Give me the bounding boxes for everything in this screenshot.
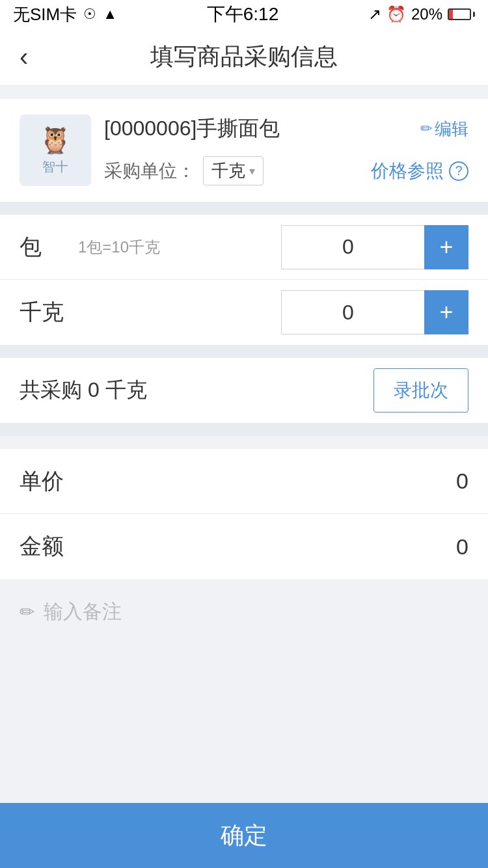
bag-input-control: + [281, 225, 468, 269]
dropdown-arrow-icon: ▾ [249, 164, 255, 178]
bag-sublabel: 1包=10千克 [78, 237, 281, 258]
divider-1 [0, 202, 488, 215]
edit-label: 编辑 [435, 118, 468, 141]
bag-input-row: 包 1包=10千克 + [0, 215, 488, 280]
product-logo-brand: 智十 [42, 158, 68, 176]
status-bar: 无SIM卡 ☉ ▲ 下午6:12 ↗ ⏰ 20% [0, 0, 488, 29]
unit-price-row: 单价 0 [0, 449, 488, 514]
kg-plus-button[interactable]: + [424, 290, 468, 334]
nav-bar: ‹ 填写商品采购信息 [0, 29, 488, 86]
input-section: 包 1包=10千克 + 千克 + [0, 215, 488, 345]
unit-label: 采购单位： [104, 159, 195, 183]
product-name-row: [0000006]手撕面包 ✏ 编辑 [104, 115, 468, 143]
bag-input[interactable] [281, 225, 424, 269]
confirm-bar[interactable]: 确定 [0, 803, 488, 868]
pencil-icon: ✏ [20, 601, 34, 623]
edit-button[interactable]: ✏ 编辑 [420, 118, 468, 141]
battery-icon [448, 8, 475, 20]
unit-select-dropdown[interactable]: 千克 ▾ [203, 156, 264, 185]
price-ref-help-icon: ? [449, 161, 468, 181]
status-left: 无SIM卡 ☉ ▲ [13, 3, 117, 26]
edit-icon: ✏ [420, 120, 432, 137]
price-ref-label: 价格参照 [371, 159, 444, 183]
kg-label: 千克 [20, 297, 72, 327]
product-name: [0000006]手撕面包 [104, 115, 280, 143]
signal-icon: ▲ [103, 6, 117, 23]
kg-input-control: + [281, 290, 468, 334]
amount-label: 金额 [20, 532, 456, 562]
page-title: 填写商品采购信息 [150, 41, 338, 73]
product-unit-row: 采购单位： 千克 ▾ 价格参照 ? [104, 156, 468, 185]
remark-placeholder: 输入备注 [44, 599, 122, 625]
summary-section: 共采购 0 千克 录批次 [0, 358, 488, 423]
amount-value: 0 [456, 534, 468, 560]
location-icon: ↗ [368, 5, 381, 23]
confirm-button[interactable]: 确定 [221, 820, 267, 852]
alarm-icon: ⏰ [386, 5, 406, 23]
bag-plus-button[interactable]: + [424, 225, 468, 269]
kg-input-row: 千克 + [0, 280, 488, 345]
unit-selector[interactable]: 采购单位： 千克 ▾ [104, 156, 264, 185]
summary-row: 共采购 0 千克 录批次 [0, 358, 488, 423]
bag-label: 包 [20, 232, 72, 262]
price-reference-button[interactable]: 价格参照 ? [371, 159, 468, 183]
divider-2 [0, 345, 488, 358]
price-section: 单价 0 金额 0 [0, 449, 488, 579]
back-button[interactable]: ‹ [20, 42, 28, 72]
amount-row: 金额 0 [0, 514, 488, 579]
status-time: 下午6:12 [207, 2, 279, 27]
batch-button[interactable]: 录批次 [373, 368, 468, 413]
summary-text: 共采购 0 千克 [20, 376, 373, 405]
product-logo: 🦉 智十 [20, 115, 91, 186]
battery-percent: 20% [411, 5, 442, 23]
product-card: 🦉 智十 [0000006]手撕面包 ✏ 编辑 采购单位： 千克 ▾ 价格参照 [0, 99, 488, 202]
kg-input[interactable] [281, 290, 424, 334]
unit-price-value: 0 [456, 468, 468, 494]
divider-3 [0, 423, 488, 436]
unit-price-label: 单价 [20, 467, 456, 496]
wifi-icon: ☉ [83, 6, 96, 23]
unit-value: 千克 [211, 159, 245, 182]
product-logo-icon: 🦉 [39, 125, 72, 156]
status-right: ↗ ⏰ 20% [368, 5, 475, 23]
product-info: [0000006]手撕面包 ✏ 编辑 采购单位： 千克 ▾ 价格参照 ? [104, 115, 468, 185]
remark-section[interactable]: ✏ 输入备注 [0, 579, 488, 644]
carrier-text: 无SIM卡 [13, 3, 77, 26]
